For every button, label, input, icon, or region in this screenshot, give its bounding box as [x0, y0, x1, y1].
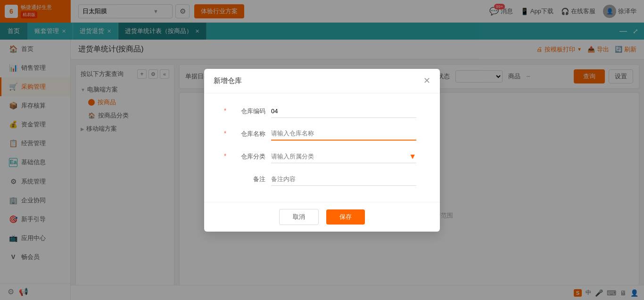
form-row-remark: 备注	[228, 173, 416, 186]
modal-footer: 取消 保存	[204, 202, 440, 232]
form-row-name: * 仓库名称	[228, 127, 416, 141]
name-label: * 仓库名称	[228, 130, 265, 138]
code-label: * 仓库编码	[228, 107, 265, 116]
form-row-category: * 仓库分类 ▼	[228, 150, 416, 163]
name-input[interactable]	[271, 127, 416, 141]
code-input[interactable]	[271, 105, 416, 118]
modal-overlay: 新增仓库 ✕ * 仓库编码 * 仓库名称	[0, 0, 644, 300]
remark-label: 备注	[228, 175, 265, 183]
remark-input[interactable]	[271, 173, 416, 186]
modal-close-icon[interactable]: ✕	[423, 76, 430, 85]
category-label: * 仓库分类	[228, 152, 265, 161]
modal-body: * 仓库编码 * 仓库名称 * 仓库分类	[204, 93, 440, 202]
modal: 新增仓库 ✕ * 仓库编码 * 仓库名称	[204, 69, 440, 232]
save-button[interactable]: 保存	[326, 209, 365, 225]
cancel-button[interactable]: 取消	[279, 209, 319, 225]
modal-header: 新增仓库 ✕	[204, 69, 440, 93]
form-row-code: * 仓库编码	[228, 105, 416, 118]
category-select-wrapper: ▼	[271, 150, 416, 163]
modal-title: 新增仓库	[214, 76, 242, 85]
category-input[interactable]	[271, 150, 416, 163]
category-chevron-icon: ▼	[409, 152, 416, 161]
